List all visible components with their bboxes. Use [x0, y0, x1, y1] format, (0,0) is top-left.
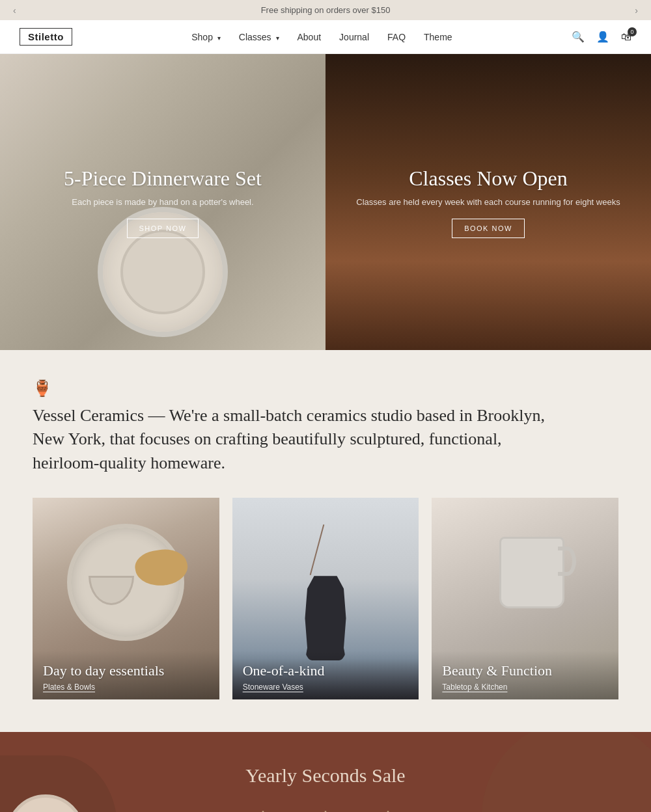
about-text: Vessel Ceramics — We're a small-batch ce… [33, 404, 553, 475]
category-card-1[interactable]: Day to day essentials Plates & Bowls [33, 498, 219, 699]
cat2-vase-art [303, 576, 348, 660]
search-icon[interactable]: 🔍 [572, 31, 585, 43]
category-card-2[interactable]: One-of-a-kind Stoneware Vases [232, 498, 419, 699]
cat3-subtitle: Tabletop & Kitchen [442, 683, 608, 692]
site-header: Stiletto Shop ▾ Classes ▾ About Journal … [0, 20, 651, 54]
nav-theme[interactable]: Theme [424, 32, 452, 42]
hero-right-title: Classes Now Open [356, 166, 620, 191]
countdown-sep-1: | [260, 807, 266, 812]
category-card-3[interactable]: Beauty & Function Tabletop & Kitchen [432, 498, 618, 699]
countdown-days: 2 [209, 803, 255, 812]
countdown-minutes: 52 [334, 803, 380, 812]
cat1-title: Day to day essentials [43, 662, 209, 679]
hero-left-subtitle: Each piece is made by hand on a potter's… [64, 197, 262, 207]
account-icon[interactable]: 👤 [596, 31, 609, 43]
cat3-handle-art [558, 547, 576, 576]
cart-icon[interactable]: 🛍 0 [621, 31, 631, 43]
cart-badge: 0 [628, 27, 637, 36]
hero-left-text: 5-Piece Dinnerware Set Each piece is mad… [51, 153, 275, 251]
nav-shop[interactable]: Shop ▾ [191, 32, 221, 42]
header-icons: 🔍 👤 🛍 0 [572, 31, 631, 43]
announcement-bar: ‹ Free shipping on orders over $150 › [0, 0, 651, 20]
countdown-hours: 9 [271, 803, 317, 812]
countdown-sep-2: | [322, 807, 329, 812]
sale-title: Yearly Seconds Sale [20, 765, 631, 787]
countdown: 2 | 9 | 52 | 2 [20, 803, 631, 812]
announcement-prev[interactable]: ‹ [13, 5, 16, 16]
cat1-overlay: Day to day essentials Plates & Bowls [33, 651, 219, 699]
about-section: 🏺 Vessel Ceramics — We're a small-batch … [0, 350, 651, 498]
cat1-subtitle: Plates & Bowls [43, 683, 209, 692]
hero-right: Classes Now Open Classes are held every … [326, 54, 651, 350]
cat2-overlay: One-of-a-kind Stoneware Vases [232, 651, 419, 699]
cat3-overlay: Beauty & Function Tabletop & Kitchen [432, 651, 618, 699]
nav-about[interactable]: About [298, 32, 322, 42]
cat2-title: One-of-a-kind [243, 662, 409, 679]
cat3-mug-art [499, 537, 564, 608]
cat2-subtitle: Stoneware Vases [243, 683, 409, 692]
categories-section: Day to day essentials Plates & Bowls One… [0, 498, 651, 732]
announcement-next[interactable]: › [635, 5, 638, 16]
hero-right-text: Classes Now Open Classes are held every … [343, 153, 633, 251]
classes-dropdown-icon: ▾ [276, 34, 279, 42]
hero-right-cta[interactable]: BOOK NOW [452, 219, 525, 238]
hero-section: 5-Piece Dinnerware Set Each piece is mad… [0, 54, 651, 350]
hero-left-title: 5-Piece Dinnerware Set [64, 166, 262, 191]
announcement-text: Free shipping on orders over $150 [261, 5, 391, 15]
hero-right-subtitle: Classes are held every week with each co… [356, 197, 620, 207]
shop-dropdown-icon: ▾ [217, 34, 221, 42]
nav-faq[interactable]: FAQ [387, 32, 406, 42]
main-nav: Shop ▾ Classes ▾ About Journal FAQ Theme [191, 32, 452, 42]
hero-left: 5-Piece Dinnerware Set Each piece is mad… [0, 54, 326, 350]
ceramics-icon: 🏺 [33, 379, 618, 398]
nav-classes[interactable]: Classes ▾ [239, 32, 279, 42]
hero-left-cta[interactable]: SHOP NOW [127, 219, 199, 238]
cat3-title: Beauty & Function [442, 662, 608, 679]
countdown-seconds: 2 [396, 803, 442, 812]
countdown-sep-3: | [385, 807, 391, 812]
site-logo[interactable]: Stiletto [20, 28, 72, 46]
nav-journal[interactable]: Journal [339, 32, 369, 42]
sale-banner: Yearly Seconds Sale 2 | 9 | 52 | 2 [0, 732, 651, 812]
